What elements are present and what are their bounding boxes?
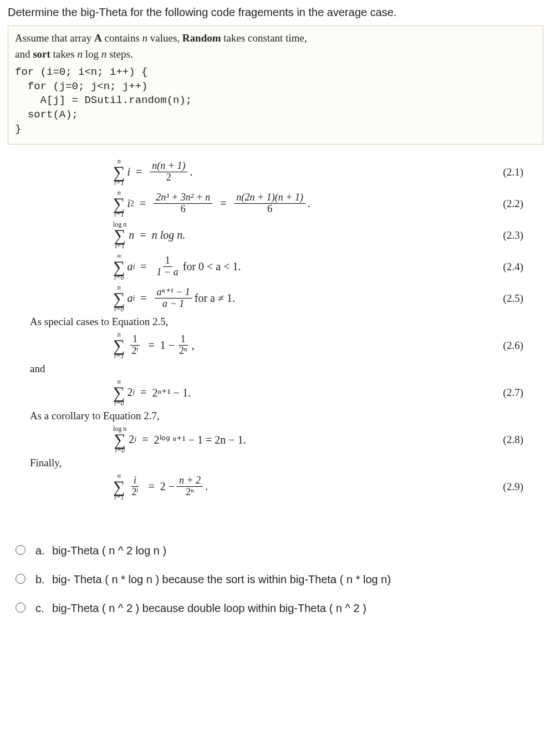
exp: 2	[130, 199, 134, 208]
problem-box: Assume that array A contains n values, R…	[8, 25, 543, 145]
option-letter: c.	[35, 600, 52, 616]
question-stem: Determine the big-Theta for the followin…	[8, 4, 543, 20]
exp: i	[132, 263, 135, 271]
condition: for 0 < a < 1.	[183, 260, 241, 273]
sum-lower: i=0	[114, 274, 124, 281]
sum-lower: i=0	[115, 447, 124, 454]
sum-lower: i=1	[115, 243, 124, 249]
rhs-a: 2 −	[160, 480, 175, 493]
radio-icon[interactable]	[16, 603, 25, 613]
frac-den: 2ⁱ	[129, 487, 140, 498]
equation-row: n∑i=1 i = n(n + 1)2 . (2.1)	[24, 158, 527, 186]
term: a	[127, 292, 132, 305]
sort-kw: sort	[33, 48, 50, 60]
frac-den: 1 − a	[155, 267, 181, 278]
term: 2	[127, 386, 132, 399]
equation-row: ∞∑i=0 ai = 11 − a for 0 < a < 1. (2.4)	[24, 253, 527, 281]
option-text: big-Theta ( n ^ 2 ) because double loop …	[52, 600, 366, 616]
term: a	[127, 260, 132, 273]
eq-number: (2.7)	[484, 387, 527, 399]
frac-num: n(n + 1)	[150, 161, 187, 172]
tail: .	[190, 166, 192, 178]
eq-number: (2.6)	[484, 340, 527, 352]
equation-row: n∑i=0 2i = 2ⁿ⁺¹ − 1. (2.7)	[24, 378, 527, 407]
tail: .	[205, 480, 208, 493]
between-text: Finally,	[30, 457, 527, 469]
option-text: big- Theta ( n * log n ) because the sor…	[52, 572, 391, 587]
rhs-a: 1 −	[160, 339, 175, 352]
radio-icon[interactable]	[16, 574, 25, 584]
frac-num: 1	[130, 334, 140, 346]
frac-den: 2ⁿ	[177, 346, 190, 357]
equation-row: n∑i=1 i2 = 2n³ + 3n² + n6 = n(2n + 1)(n …	[24, 189, 527, 218]
frac-num: aⁿ⁺¹ − 1	[155, 287, 192, 299]
text: values,	[147, 32, 182, 44]
between-text: and	[30, 363, 527, 375]
frac-den: 2	[164, 172, 174, 183]
text: log	[83, 48, 101, 60]
frac-num: n(2n + 1)(n + 1)	[234, 192, 305, 204]
text: contains	[102, 32, 142, 44]
equations-block: n∑i=1 i = n(n + 1)2 . (2.1) n∑i=1 i2 = 2…	[8, 145, 543, 514]
exp: i	[132, 388, 135, 397]
option-letter: a.	[35, 543, 52, 558]
condition: for a ≠ 1.	[195, 292, 235, 305]
frac-num: 1	[163, 255, 172, 267]
rhs: 2ⁿ⁺¹ − 1.	[152, 386, 191, 399]
random-kw: Random	[182, 32, 221, 44]
eq-number: (2.9)	[484, 481, 527, 493]
text: takes	[50, 48, 78, 60]
eq-number: (2.3)	[484, 229, 527, 241]
term: n	[129, 229, 134, 241]
text: takes constant time,	[221, 32, 307, 44]
var-n: n	[101, 48, 107, 60]
array-name: A	[94, 32, 102, 44]
text: Assume that array	[15, 32, 94, 44]
equation-row: n∑i=1 12ⁱ = 1 − 12ⁿ , (2.6)	[24, 331, 527, 359]
option-text: big-Theta ( n ^ 2 log n )	[52, 543, 166, 558]
eq-number: (2.4)	[484, 261, 527, 273]
option-b[interactable]: b. big- Theta ( n * log n ) because the …	[16, 572, 538, 587]
frac-den: 6	[265, 204, 274, 215]
rhs: 2ˡᵒᵍ ⁿ⁺¹ − 1 = 2n − 1.	[154, 433, 246, 446]
sum-lower: i=1	[114, 494, 124, 501]
equation-row: n∑i=0 ai = aⁿ⁺¹ − 1a − 1 for a ≠ 1. (2.5…	[24, 284, 527, 312]
text: steps.	[106, 48, 133, 60]
between-text: As a corollary to Equation 2.7,	[30, 410, 527, 422]
eq-number: (2.2)	[484, 198, 527, 210]
radio-icon[interactable]	[16, 545, 25, 555]
term: 2	[129, 433, 134, 446]
var-n: n	[142, 32, 148, 44]
option-c[interactable]: c. big-Theta ( n ^ 2 ) because double lo…	[16, 600, 538, 616]
equation-row: log n∑i=1 n = n log n. (2.3)	[24, 221, 527, 249]
eq-number: (2.8)	[484, 434, 527, 446]
sum-lower: i=0	[114, 306, 124, 312]
frac-den: a − 1	[160, 299, 186, 310]
var-n: n	[77, 48, 83, 60]
sum-lower: i=1	[114, 211, 124, 218]
code-block: for (i=0; i<n; i++) { for (j=0; j<n; j++…	[15, 65, 536, 136]
frac-num: i	[131, 475, 139, 487]
frac-num: 1	[178, 334, 188, 346]
exp: i	[132, 294, 135, 303]
frac-num: n + 2	[177, 475, 203, 487]
eq-number: (2.5)	[484, 292, 527, 305]
exp: i	[134, 435, 136, 444]
tail: ,	[192, 339, 195, 352]
frac-den: 6	[178, 204, 188, 215]
eq-number: (2.1)	[484, 166, 527, 178]
between-text: As special cases to Equation 2.5,	[30, 316, 527, 328]
frac-den: 2ⁿ	[183, 487, 196, 498]
term: i	[127, 166, 130, 178]
sum-lower: i=1	[114, 353, 124, 359]
answer-options: a. big-Theta ( n ^ 2 log n ) b. big- The…	[8, 514, 543, 635]
frac-den: 2ⁱ	[129, 346, 140, 357]
equation-row: n∑i=1 i2ⁱ = 2 − n + 22ⁿ . (2.9)	[24, 472, 527, 501]
rhs: n log n.	[152, 229, 186, 241]
sum-lower: i=0	[114, 400, 124, 407]
frac-num: 2n³ + 3n² + n	[154, 192, 212, 204]
equation-row: log n∑i=0 2i = 2ˡᵒᵍ ⁿ⁺¹ − 1 = 2n − 1. (2…	[24, 425, 527, 454]
problem-assumptions: Assume that array A contains n values, R…	[15, 30, 536, 62]
option-a[interactable]: a. big-Theta ( n ^ 2 log n )	[16, 543, 538, 558]
text: and	[15, 48, 33, 60]
